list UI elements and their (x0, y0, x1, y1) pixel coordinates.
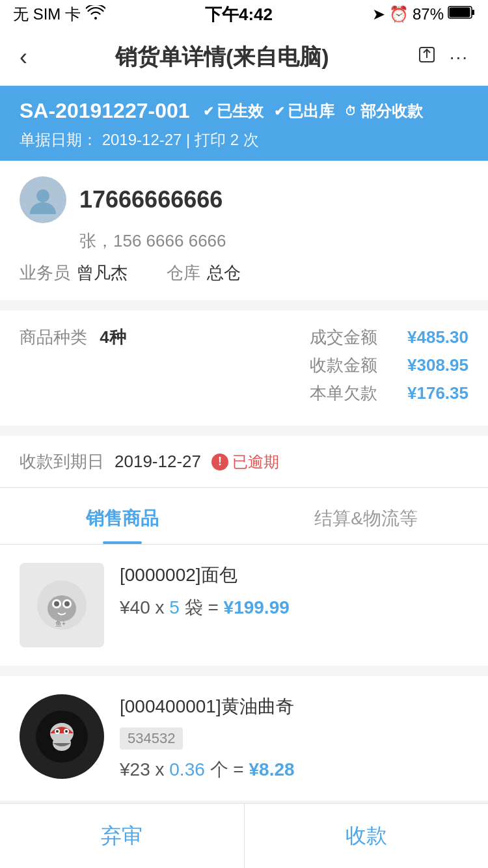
amount-row: 成交金额 ¥485.30 (310, 326, 468, 349)
owed-value: ¥176.35 (390, 383, 468, 403)
customer-section: 17666666666 张，156 6666 6666 业务员 曾凡杰 仓库 总… (0, 161, 488, 300)
order-date: 2019-12-27 (102, 131, 182, 148)
back-button[interactable]: ‹ (20, 44, 27, 71)
price-qty-1: 5 (169, 597, 180, 617)
received-label: 收款金额 (310, 354, 377, 377)
overdue-text: 已逾期 (232, 452, 279, 472)
status-tag-partial: ⏱ 部分收款 (345, 101, 423, 122)
customer-sub: 张，156 6666 6666 (79, 230, 468, 252)
svg-point-11 (64, 601, 70, 606)
share-icon[interactable] (417, 45, 437, 69)
battery-label: 87% (413, 5, 444, 23)
price-base-1: ¥40 (120, 597, 150, 617)
salesperson-value: 曾凡杰 (77, 262, 128, 284)
print-info: | 打印 2 次 (186, 131, 259, 148)
svg-point-5 (36, 189, 49, 202)
alarm-icon: ⏰ (389, 5, 409, 23)
status-tag-effective: ✔ 已生效 (203, 101, 264, 122)
order-id: SA-20191227-001 (20, 99, 190, 123)
summary-right: 成交金额 ¥485.30 收款金额 ¥308.95 本单欠款 ¥176.35 (310, 326, 468, 410)
check-icon-2: ✔ (274, 103, 285, 119)
check-icon-1: ✔ (203, 103, 214, 119)
confirm-label: 收款 (346, 822, 387, 850)
svg-point-18 (56, 730, 59, 733)
summary-left: 商品种类 4种 (20, 326, 126, 349)
owed-label: 本单欠款 (310, 382, 377, 405)
tabs-container: 销售商品 结算&物流等 鱼+ (0, 488, 488, 800)
price-eq-2: = (233, 759, 249, 780)
tab-sales[interactable]: 销售商品 (0, 488, 244, 544)
warehouse-value: 总仓 (207, 262, 241, 284)
banner-row1: SA-20191227-001 ✔ 已生效 ✔ 已出库 ⏱ 部分收款 (20, 99, 468, 123)
price-x-2: x (156, 759, 170, 780)
battery-icon (448, 5, 475, 23)
product-item: 鱼+ [0000002]面包 ¥40 x 5 袋 = ¥199.99 (0, 545, 488, 666)
due-date-label: 收款到期日 (20, 450, 104, 473)
confirm-button[interactable]: 收款 (245, 804, 489, 868)
product-info-2: [000400001]黄油曲奇 534532 ¥23 x 0.36 个 = ¥8… (120, 694, 468, 782)
customer-phone: 17666666666 (79, 186, 223, 213)
svg-rect-2 (449, 8, 470, 18)
overdue-icon: ! (211, 454, 228, 470)
product-name-1: [0000002]面包 (120, 563, 468, 588)
nav-actions: ··· (417, 45, 468, 69)
amount-label: 成交金额 (310, 326, 377, 349)
product-image-2 (20, 694, 104, 779)
banner-tags: ✔ 已生效 ✔ 已出库 ⏱ 部分收款 (203, 101, 423, 122)
status-effective-label: 已生效 (217, 101, 264, 122)
status-bar: 无 SIM 卡 下午4:42 ➤ ⏰ 87% (0, 0, 488, 29)
price-qty-2: 0.36 (169, 759, 205, 780)
product-info-1: [0000002]面包 ¥40 x 5 袋 = ¥199.99 (120, 563, 468, 620)
price-total-1: ¥199.99 (224, 597, 290, 617)
customer-meta: 业务员 曾凡杰 仓库 总仓 (20, 262, 468, 284)
status-outbound-label: 已出库 (288, 101, 334, 122)
warehouse-label: 仓库 (167, 262, 200, 284)
banner-row2: 单据日期： 2019-12-27 | 打印 2 次 (20, 129, 468, 150)
cancel-label: 弃审 (101, 822, 142, 850)
price-x-1: x (156, 597, 170, 617)
owed-row: 本单欠款 ¥176.35 (310, 382, 468, 405)
svg-point-10 (54, 601, 59, 606)
price-unit-1: 袋 (185, 597, 203, 617)
product-name-2: [000400001]黄油曲奇 (120, 694, 468, 719)
product-item-2: [000400001]黄油曲奇 534532 ¥23 x 0.36 个 = ¥8… (0, 676, 488, 800)
status-left: 无 SIM 卡 (13, 4, 105, 25)
salesperson-meta: 业务员 曾凡杰 (20, 262, 128, 284)
product-image-1: 鱼+ (20, 563, 104, 647)
location-icon: ➤ (372, 5, 385, 23)
status-time: 下午4:42 (205, 3, 273, 26)
overdue-badge: ! 已逾期 (211, 452, 279, 472)
svg-text:鱼+: 鱼+ (55, 620, 66, 627)
more-icon[interactable]: ··· (450, 47, 468, 68)
price-base-2: ¥23 (120, 759, 150, 780)
tab-settlement-label: 结算&物流等 (314, 508, 418, 528)
product-price-2: ¥23 x 0.36 个 = ¥8.28 (120, 757, 468, 782)
category-value: 4种 (100, 327, 126, 347)
due-date-value: 2019-12-27 (115, 452, 201, 472)
received-row: 收款金额 ¥308.95 (310, 354, 468, 377)
product-list: 鱼+ [0000002]面包 ¥40 x 5 袋 = ¥199.99 (0, 545, 488, 800)
due-section: 收款到期日 2019-12-27 ! 已逾期 (0, 436, 488, 488)
nav-bar: ‹ 销货单详情(来自电脑) ··· (0, 29, 488, 86)
summary-section: 商品种类 4种 成交金额 ¥485.30 收款金额 ¥308.95 本单欠款 ¥… (0, 310, 488, 426)
price-eq-1: = (208, 597, 223, 617)
avatar (20, 176, 66, 223)
received-value: ¥308.95 (390, 355, 468, 375)
clock-icon: ⏱ (345, 105, 358, 118)
bottom-bar: 弃审 收款 (0, 803, 488, 868)
date-label: 单据日期： (20, 131, 98, 148)
svg-point-19 (65, 730, 68, 733)
category-label: 商品种类 (20, 327, 87, 347)
price-total-2: ¥8.28 (249, 759, 294, 780)
warehouse-meta: 仓库 总仓 (167, 262, 241, 284)
product-badge-2: 534532 (120, 727, 183, 750)
cancel-button[interactable]: 弃审 (0, 804, 245, 868)
svg-rect-1 (472, 10, 474, 15)
tab-sales-label: 销售商品 (86, 508, 159, 528)
header-banner: SA-20191227-001 ✔ 已生效 ✔ 已出库 ⏱ 部分收款 单据日期：… (0, 86, 488, 161)
amount-value: ¥485.30 (390, 327, 468, 347)
tab-settlement[interactable]: 结算&物流等 (244, 488, 488, 544)
status-partial-label: 部分收款 (360, 101, 423, 122)
customer-row: 17666666666 (20, 176, 468, 223)
salesperson-label: 业务员 (20, 262, 70, 284)
